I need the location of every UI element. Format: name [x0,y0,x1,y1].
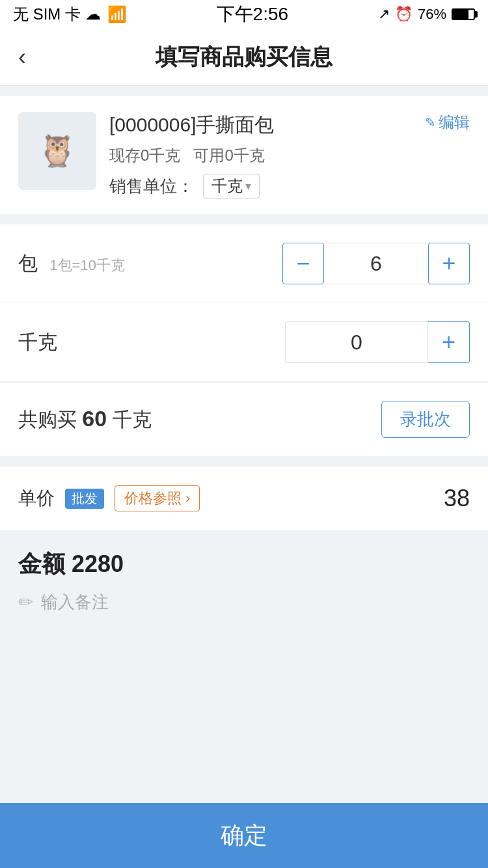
total-prefix: 共购买 [18,409,77,430]
alarm-icon: ⏰ [395,6,413,23]
unit-selector[interactable]: 千克 ▾ [203,174,260,198]
location-icon: ↗ [378,6,390,23]
unit-label: 销售单位： [109,175,194,198]
kg-row: 千克 + [0,303,488,382]
back-button[interactable]: ‹ [18,44,26,71]
page-title: 填写商品购买信息 [156,42,332,72]
unit-value: 千克 [211,176,243,197]
remark-placeholder: 输入备注 [41,591,109,614]
kg-plus-button[interactable]: + [428,321,470,363]
sim-label: 无 SIM 卡 ☁ [13,4,101,25]
product-logo: 🦉 [38,133,77,169]
total-section: 共购买 60 千克 录批次 [0,382,488,456]
amount-value: 2280 [72,550,124,577]
kg-input[interactable] [285,321,428,363]
stock-available: 可用0千克 [193,146,264,164]
kg-label: 千克 [18,329,285,356]
price-row: 单价 批发 价格参照 › 38 [18,485,470,512]
price-ref-button[interactable]: 价格参照 › [115,485,200,511]
nav-bar: ‹ 填写商品购买信息 [0,29,488,86]
remark-row[interactable]: ✏ 输入备注 [18,591,470,614]
bao-plus-button[interactable]: + [428,243,470,284]
amount-label: 金额 [18,550,65,577]
price-section: 单价 批发 价格参照 › 38 [0,467,488,530]
bao-label: 包 1包=10千克 [18,251,282,277]
total-text: 共购买 60 千克 [18,406,381,433]
amount-row: 金额 2280 [18,549,470,580]
bao-input[interactable] [324,243,428,284]
status-time: 下午2:56 [217,2,289,27]
price-label: 单价 [18,486,55,511]
status-left: 无 SIM 卡 ☁ 📶 [13,4,127,25]
product-unit-row: 销售单位： 千克 ▾ [109,174,470,198]
pencil-icon: ✏ [18,591,33,613]
edit-button[interactable]: ✎ 编辑 [425,112,470,133]
qty-section: 包 1包=10千克 − + 千克 + 共购买 60 千克 录批次 [0,224,488,456]
wifi-icon: 📶 [107,5,127,23]
total-amount: 60 [82,406,107,431]
total-unit: 千克 [113,409,152,430]
product-name: [0000006]手撕面包 [109,112,470,139]
bao-controls: − + [282,243,470,284]
edit-icon: ✎ [425,115,436,130]
bao-row: 包 1包=10千克 − + [0,224,488,303]
confirm-button[interactable]: 确定 [0,803,488,868]
edit-label: 编辑 [439,112,470,133]
bao-hint: 1包=10千克 [49,257,125,273]
battery-icon [452,8,475,20]
status-bar: 无 SIM 卡 ☁ 📶 下午2:56 ↗ ⏰ 76% [0,0,488,29]
product-info: [0000006]手撕面包 现存0千克 可用0千克 销售单位： 千克 ▾ [109,112,470,198]
product-stock: 现存0千克 可用0千克 [109,145,470,166]
amount-section: 金额 2280 ✏ 输入备注 [0,530,488,627]
kg-controls: + [285,321,470,363]
price-value: 38 [444,485,470,512]
product-section: 🦉 [0000006]手撕面包 现存0千克 可用0千克 销售单位： 千克 ▾ ✎… [0,96,488,214]
price-batch-tag: 批发 [65,489,104,509]
bao-minus-button[interactable]: − [282,243,324,284]
status-right: ↗ ⏰ 76% [378,6,475,23]
product-image: 🦉 [18,112,96,190]
battery-percent: 76% [418,6,446,23]
dropdown-arrow-icon: ▾ [245,179,251,193]
batch-button[interactable]: 录批次 [381,401,470,438]
stock-current: 现存0千克 [109,146,180,164]
